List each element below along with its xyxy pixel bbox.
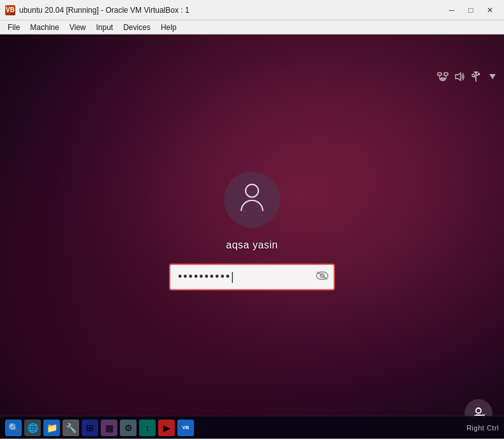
- svg-rect-0: [438, 73, 441, 75]
- taskbar: 🔍 🌐 📁 🔧 ⊞ ▦ ⚙ ↕ ▶ VB Right Ctrl: [0, 416, 504, 439]
- title-bar-left: VB ubuntu 20.04 [Running] - Oracle VM Vi…: [5, 5, 189, 15]
- menu-file[interactable]: File: [3, 22, 25, 33]
- menu-view[interactable]: View: [64, 22, 91, 33]
- settings-taskbar-icon[interactable]: ⚙: [120, 420, 137, 436]
- vm-taskbar-icon[interactable]: VB: [177, 420, 194, 436]
- close-button[interactable]: ✕: [481, 3, 499, 17]
- network-taskbar-icon[interactable]: ↕: [139, 420, 156, 436]
- audio-icon[interactable]: [453, 70, 466, 83]
- svg-marker-7: [456, 73, 461, 80]
- vm-toolbar: [436, 70, 499, 83]
- menu-input[interactable]: Input: [91, 22, 119, 33]
- svg-point-13: [472, 74, 475, 77]
- tools-taskbar-icon[interactable]: 🔧: [63, 420, 79, 436]
- menu-help[interactable]: Help: [156, 22, 182, 33]
- password-field-wrapper: [169, 263, 335, 290]
- window-title: ubuntu 20.04 [Running] - Oracle VM Virtu…: [19, 6, 189, 15]
- svg-marker-9: [473, 72, 478, 74]
- taskbar-left: 🔍 🌐 📁 🔧 ⊞ ▦ ⚙ ↕ ▶ VB: [5, 420, 194, 436]
- minimize-button[interactable]: ─: [443, 3, 461, 17]
- chevron-down-icon[interactable]: [486, 70, 499, 83]
- user-head-icon: [245, 183, 259, 197]
- search-taskbar-icon[interactable]: 🔍: [5, 420, 22, 436]
- show-password-icon[interactable]: [316, 271, 329, 282]
- svg-point-18: [476, 408, 481, 413]
- files-taskbar-icon[interactable]: 📁: [43, 420, 60, 436]
- maximize-button[interactable]: □: [462, 3, 480, 17]
- user-silhouette-icon: [236, 183, 268, 215]
- login-container: aqsa yasin: [169, 171, 335, 290]
- avatar: [224, 171, 280, 227]
- media-taskbar-icon[interactable]: ▶: [158, 420, 175, 436]
- vm-screen: aqsa yasin 🔍 🌐 📁 🔧: [0, 34, 504, 439]
- svg-marker-14: [489, 74, 496, 79]
- title-bar: VB ubuntu 20.04 [Running] - Oracle VM Vi…: [0, 0, 504, 20]
- svg-rect-1: [444, 73, 448, 75]
- app-icon: VB: [5, 5, 15, 15]
- usb-icon[interactable]: [470, 70, 482, 83]
- globe-taskbar-icon[interactable]: 🌐: [24, 420, 41, 436]
- network-icon[interactable]: [436, 70, 449, 83]
- taskbar-right-label: Right Ctrl: [466, 424, 499, 432]
- title-bar-controls: ─ □ ✕: [443, 3, 499, 17]
- user-body-icon: [241, 199, 263, 211]
- menu-bar: File Machine View Input Devices Help: [0, 20, 504, 34]
- svg-rect-11: [478, 73, 480, 75]
- menu-machine[interactable]: Machine: [25, 22, 64, 33]
- apps-taskbar-icon[interactable]: ⊞: [82, 420, 98, 436]
- username-label: aqsa yasin: [226, 239, 278, 250]
- menu-devices[interactable]: Devices: [118, 22, 156, 33]
- terminal-taskbar-icon[interactable]: ▦: [101, 420, 117, 436]
- password-input[interactable]: [169, 263, 335, 290]
